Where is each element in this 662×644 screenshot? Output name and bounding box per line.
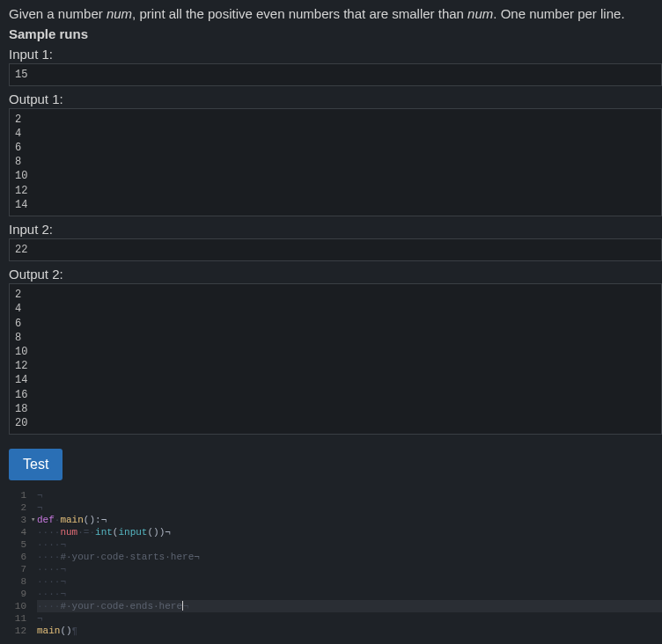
line-number: 3▾ (9, 514, 26, 526)
line-number: 4 (9, 526, 26, 538)
output-label: Output 1: (9, 91, 662, 106)
output-box: 2 4 6 8 10 12 14 16 18 20 (9, 283, 662, 435)
line-number: 6 (9, 551, 26, 563)
code-line[interactable]: ····num·=·int(input())¬ (37, 526, 662, 538)
desc-text: , print all the positive even numbers th… (132, 6, 467, 21)
input-box: 15 (9, 63, 662, 86)
line-number: 11 (9, 612, 26, 625)
test-button[interactable]: Test (9, 449, 63, 480)
desc-var: num (467, 6, 493, 21)
code-line[interactable]: main()¶ (37, 625, 662, 637)
code-line[interactable]: ····¬ (37, 588, 662, 600)
code-line[interactable]: ¬ (37, 501, 662, 514)
code-line[interactable]: ¬ (37, 489, 662, 501)
desc-var: num (107, 6, 132, 21)
code-line[interactable]: def·main():¬ (37, 514, 662, 526)
code-editor[interactable]: 1 2 3▾ 4 5 6 7 8 9 10 11 12 ¬ ¬ def·main… (9, 487, 662, 637)
line-number: 2 (9, 501, 26, 514)
output-label: Output 2: (9, 267, 662, 282)
input-label: Input 1: (9, 47, 662, 62)
input-box: 22 (9, 238, 662, 261)
line-number: 5 (9, 538, 26, 551)
line-number: 8 (9, 575, 26, 588)
code-area[interactable]: ¬ ¬ def·main():¬ ····num·=·int(input())¬… (32, 489, 662, 637)
desc-text: . One number per line. (493, 6, 624, 21)
code-line-active[interactable]: ····#·your·code·ends·here¬ (37, 600, 662, 612)
line-number: 9 (9, 588, 26, 600)
desc-text: Given a number (9, 6, 107, 21)
code-line[interactable]: ····¬ (37, 575, 662, 588)
code-line[interactable]: ····#·your·code·starts·here¬ (37, 551, 662, 563)
line-number: 10 (9, 600, 26, 612)
sample-runs-title: Sample runs (9, 26, 662, 41)
line-number: 12 (9, 625, 26, 637)
problem-description: Given a number num, print all the positi… (9, 5, 662, 23)
line-number: 1 (9, 489, 26, 501)
code-line[interactable]: ¬ (37, 612, 662, 625)
line-number-gutter: 1 2 3▾ 4 5 6 7 8 9 10 11 12 (9, 489, 32, 637)
input-label: Input 2: (9, 222, 662, 237)
line-number: 7 (9, 563, 26, 575)
code-line[interactable]: ····¬ (37, 563, 662, 575)
code-line[interactable]: ····¬ (37, 538, 662, 551)
output-box: 2 4 6 8 10 12 14 (9, 108, 662, 216)
